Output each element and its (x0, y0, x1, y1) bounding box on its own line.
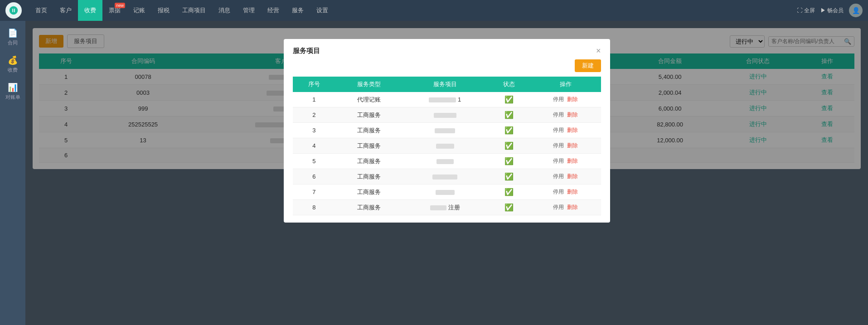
modal-scroll-area[interactable]: 序号 服务类型 服务项目 状态 操作 1 代理记账 (293, 77, 601, 215)
sidebar-item-fee[interactable]: 💰 收费 (1, 52, 24, 77)
nav-bookkeeping[interactable]: 记账 (127, 0, 151, 21)
modal-table-row: 3 工商服务 ✅ 停用 删除 (293, 123, 601, 138)
vip-button[interactable]: ▶ 畅会员 (820, 7, 844, 15)
stop-button[interactable]: 停用 (553, 142, 564, 149)
modal-cell-actions: 停用 删除 (530, 107, 601, 123)
modal-col-action: 操作 (530, 77, 601, 92)
modal-cell-seq: 4 (293, 138, 336, 154)
delete-button[interactable]: 删除 (567, 189, 578, 195)
modal-cell-seq: 2 (293, 107, 336, 123)
nav-fee[interactable]: 收费 (78, 0, 102, 21)
modal-table-row: 6 工商服务 ✅ 停用 删除 (293, 169, 601, 184)
modal-cell-status: ✅ (487, 154, 530, 169)
stop-button[interactable]: 停用 (553, 127, 564, 133)
nav-business[interactable]: 工商项目 (176, 0, 212, 21)
modal-cell-type: 工商服务 (335, 123, 402, 138)
app-logo (5, 2, 22, 19)
modal-col-seq: 序号 (293, 77, 336, 92)
contract-icon: 📄 (8, 28, 18, 38)
modal-cell-status: ✅ (487, 169, 530, 184)
modal-cell-type: 工商服务 (335, 169, 402, 184)
new-badge: new (115, 3, 125, 8)
modal-table-row: 1 代理记账 1 ✅ 停用 删除 (293, 92, 601, 107)
delete-button[interactable]: 删除 (567, 112, 578, 118)
modal-col-type: 服务类型 (335, 77, 402, 92)
modal-cell-item (402, 169, 487, 184)
modal-header: 服务项目 × (284, 39, 610, 59)
modal-cell-item (402, 184, 487, 200)
modal-cell-actions: 停用 删除 (530, 138, 601, 154)
stop-button[interactable]: 停用 (553, 96, 564, 102)
fullscreen-button[interactable]: ⛶ 全屏 (797, 7, 815, 15)
modal-cell-type: 工商服务 (335, 200, 402, 215)
stop-button[interactable]: 停用 (553, 173, 564, 179)
modal-cell-seq: 1 (293, 92, 336, 107)
nav-right-area: ⛶ 全屏 ▶ 畅会员 👤 (797, 4, 863, 17)
modal-cell-seq: 6 (293, 169, 336, 184)
sidebar: 📄 合同 💰 收费 📊 对账单 (0, 21, 25, 325)
modal-cell-item: 1 (402, 92, 487, 107)
modal-cell-type: 工商服务 (335, 138, 402, 154)
nav-tax[interactable]: 报税 (151, 0, 176, 21)
modal-cell-type: 工商服务 (335, 107, 402, 123)
modal-cell-seq: 7 (293, 184, 336, 200)
modal-table-row: 5 工商服务 ✅ 停用 删除 (293, 154, 601, 169)
modal-cell-status: ✅ (487, 92, 530, 107)
nav-message[interactable]: 消息 (212, 0, 237, 21)
main-layout: 📄 合同 💰 收费 📊 对账单 新增 服务项目 进行中 已完成 已取消 (0, 21, 868, 325)
service-items-table: 序号 服务类型 服务项目 状态 操作 1 代理记账 (293, 77, 601, 215)
sidebar-item-label-fee: 收费 (8, 67, 18, 73)
modal-title: 服务项目 (293, 47, 320, 55)
nav-operation[interactable]: 经营 (261, 0, 286, 21)
user-avatar[interactable]: 👤 (849, 4, 863, 17)
stop-button[interactable]: 停用 (553, 158, 564, 164)
modal-new-button[interactable]: 新建 (575, 59, 601, 72)
modal-cell-actions: 停用 删除 (530, 169, 601, 184)
delete-button[interactable]: 删除 (567, 142, 578, 149)
stop-button[interactable]: 停用 (553, 112, 564, 118)
modal-cell-status: ✅ (487, 184, 530, 200)
modal-cell-actions: 停用 删除 (530, 184, 601, 200)
modal-cell-seq: 3 (293, 123, 336, 138)
nav-home[interactable]: 首页 (29, 0, 53, 21)
modal-table-row: 7 工商服务 ✅ 停用 删除 (293, 184, 601, 200)
nav-settings[interactable]: 设置 (310, 0, 335, 21)
top-navigation: 首页 客户 收费 票据 new 记账 报税 工商项目 消息 管理 经营 服务 设… (0, 0, 868, 21)
modal-cell-item (402, 138, 487, 154)
nav-client[interactable]: 客户 (53, 0, 78, 21)
modal-cell-status: ✅ (487, 200, 530, 215)
modal-table-row: 8 工商服务 注册 ✅ 停用 删除 (293, 200, 601, 215)
stop-button[interactable]: 停用 (553, 204, 564, 210)
modal-table-row: 2 工商服务 ✅ 停用 删除 (293, 107, 601, 123)
delete-button[interactable]: 删除 (567, 158, 578, 164)
modal-cell-actions: 停用 删除 (530, 154, 601, 169)
modal-cell-item (402, 123, 487, 138)
reconcile-icon: 📊 (8, 82, 18, 92)
modal-cell-status: ✅ (487, 107, 530, 123)
nav-manage[interactable]: 管理 (237, 0, 261, 21)
delete-button[interactable]: 删除 (567, 96, 578, 102)
delete-button[interactable]: 删除 (567, 204, 578, 210)
modal-table-row: 4 工商服务 ✅ 停用 删除 (293, 138, 601, 154)
modal-cell-status: ✅ (487, 123, 530, 138)
service-items-modal: 服务项目 × 新建 序号 服务类型 服务项目 (284, 39, 610, 223)
delete-button[interactable]: 删除 (567, 127, 578, 133)
modal-cell-type: 工商服务 (335, 154, 402, 169)
modal-cell-type: 代理记账 (335, 92, 402, 107)
sidebar-item-contract[interactable]: 📄 合同 (1, 24, 24, 50)
modal-col-item: 服务项目 (402, 77, 487, 92)
modal-cell-item (402, 107, 487, 123)
nav-invoice[interactable]: 票据 new (102, 0, 127, 21)
delete-button[interactable]: 删除 (567, 173, 578, 179)
fee-icon: 💰 (8, 55, 18, 65)
main-content: 新增 服务项目 进行中 已完成 已取消 🔍 (25, 21, 868, 325)
modal-overlay: 服务项目 × 新建 序号 服务类型 服务项目 (25, 21, 868, 325)
modal-cell-actions: 停用 删除 (530, 123, 601, 138)
modal-cell-item: 注册 (402, 200, 487, 215)
nav-service[interactable]: 服务 (286, 0, 310, 21)
sidebar-item-label-contract: 合同 (8, 39, 18, 46)
modal-cell-type: 工商服务 (335, 184, 402, 200)
modal-close-button[interactable]: × (596, 46, 601, 56)
stop-button[interactable]: 停用 (553, 189, 564, 195)
sidebar-item-reconcile[interactable]: 📊 对账单 (1, 79, 24, 104)
